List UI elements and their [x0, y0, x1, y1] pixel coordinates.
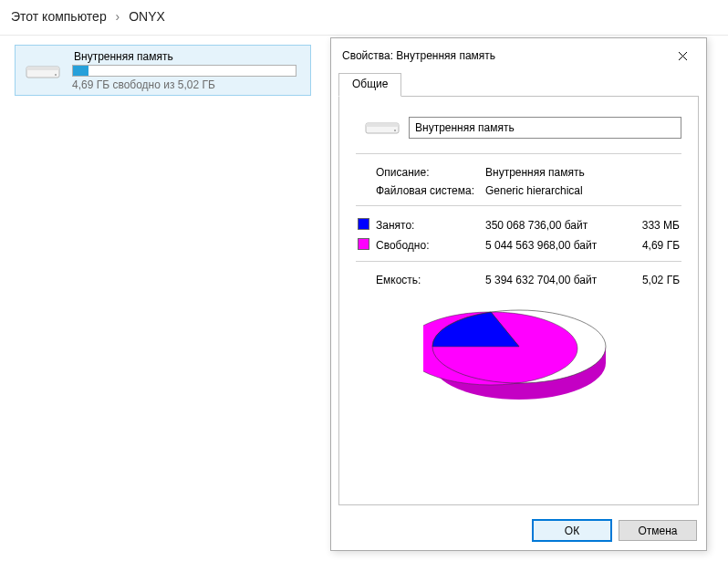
filesystem-value: Generic hierarchical [484, 182, 681, 200]
close-icon [678, 51, 688, 61]
tab-body: Описание: Внутренняя память Файловая сис… [338, 97, 699, 505]
drive-subtitle: 4,69 ГБ свободно из 5,02 ГБ [72, 78, 303, 91]
free-hr: 4,69 ГБ [618, 235, 681, 255]
free-label: Свободно: [374, 235, 484, 255]
separator [356, 261, 681, 262]
capacity-hr: 5,02 ГБ [618, 271, 681, 289]
separator [356, 205, 681, 206]
svg-rect-6 [366, 123, 399, 127]
cancel-button[interactable]: Отмена [619, 520, 697, 541]
breadcrumb-root[interactable]: Этот компьютер [11, 9, 107, 24]
tab-general[interactable]: Общие [338, 73, 401, 97]
capacity-bytes: 5 394 632 704,00 байт [484, 271, 618, 289]
drive-usage-bar [72, 65, 296, 77]
description-value: Внутренняя память [484, 163, 681, 182]
tab-strip: Общие [338, 73, 699, 97]
separator [356, 153, 681, 154]
used-hr: 333 МБ [618, 215, 681, 235]
drive-icon [356, 115, 409, 140]
used-label: Занято: [374, 215, 484, 235]
drive-icon [23, 51, 63, 91]
close-button[interactable] [664, 46, 701, 66]
breadcrumb[interactable]: Этот компьютер › ONYX [0, 0, 728, 36]
free-bytes: 5 044 563 968,00 байт [484, 235, 618, 255]
dialog-title: Свойства: Внутренняя память [342, 49, 664, 62]
ok-button[interactable]: ОК [533, 520, 611, 541]
chevron-right-icon: › [116, 9, 120, 24]
used-bytes: 350 068 736,00 байт [484, 215, 618, 235]
free-color-swatch [358, 238, 369, 250]
drive-item[interactable]: Внутренняя память 4,69 ГБ свободно из 5,… [15, 45, 311, 96]
description-label: Описание: [374, 163, 484, 182]
svg-point-2 [55, 74, 57, 76]
capacity-label: Емкость: [374, 271, 484, 289]
used-color-swatch [358, 218, 369, 230]
filesystem-label: Файловая система: [374, 182, 484, 200]
drive-name-input[interactable] [409, 117, 681, 139]
svg-rect-1 [26, 67, 59, 70]
dialog-titlebar[interactable]: Свойства: Внутренняя память [331, 38, 706, 73]
properties-dialog: Свойства: Внутренняя память Общие [330, 37, 707, 551]
drive-title: Внутренняя память [72, 50, 303, 63]
svg-point-7 [394, 130, 396, 131]
breadcrumb-child[interactable]: ONYX [129, 9, 165, 24]
pie-chart [423, 296, 615, 406]
